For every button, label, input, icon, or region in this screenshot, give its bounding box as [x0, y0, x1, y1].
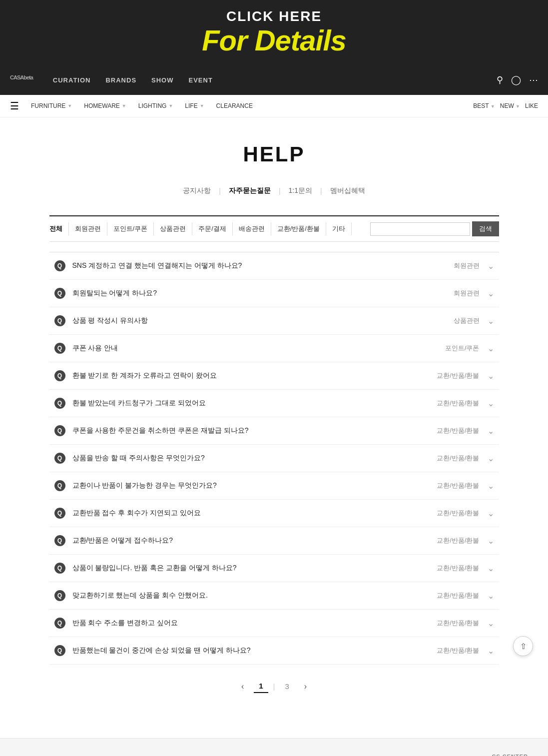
- nav-item-curation[interactable]: CURATION: [53, 76, 91, 84]
- next-page-button[interactable]: ›: [299, 680, 312, 693]
- nav-icons: ⚲ ◯ ⋯: [497, 74, 538, 85]
- scroll-to-top-button[interactable]: ⇧: [513, 636, 533, 656]
- faq-question: SNS 계정하고 연결 했는데 연결해지는 어떻게 하나요?: [72, 261, 435, 270]
- chevron-icon: ▼: [67, 103, 72, 108]
- faq-item[interactable]: Q 환불 받기로 한 계좌가 오류라고 연락이 왔어요 교환/반품/환불 ⌄: [49, 362, 499, 390]
- nav-item-show[interactable]: SHOW: [151, 76, 173, 84]
- faq-item[interactable]: Q 반품했는데 물건이 중간에 손상 되었을 땐 어떻게 하나요? 교환/반품/…: [49, 637, 499, 665]
- sub-nav-new[interactable]: NEW ▼: [500, 102, 520, 109]
- chevron-down-icon: ⌄: [488, 509, 494, 518]
- filter-delivery[interactable]: 배송관련: [233, 222, 271, 235]
- faq-item[interactable]: Q 회원탈되는 어떻게 하나요? 회원관련 ⌄: [49, 280, 499, 307]
- chevron-icon: ▼: [122, 103, 126, 108]
- faq-category: 포인트/쿠폰: [435, 344, 480, 353]
- nav-item-event[interactable]: EVENT: [189, 76, 213, 84]
- faq-category: 교환/반품/환불: [435, 564, 480, 573]
- faq-item[interactable]: Q 환불 받았는데 카드청구가 그대로 되었어요 교환/반품/환불 ⌄: [49, 390, 499, 417]
- sub-nav-lighting[interactable]: LIGHTING▼: [133, 102, 178, 109]
- faq-category: 교환/반품/환불: [435, 646, 480, 655]
- faq-category: 교환/반품/환불: [435, 591, 480, 600]
- promo-banner[interactable]: CLICK HERE For Details: [0, 0, 548, 65]
- sub-nav-life[interactable]: LIFE▼: [180, 102, 209, 109]
- banner-click-text: CLICK HERE: [202, 9, 346, 24]
- faq-question: 교환/반품은 어떻게 접수하나요?: [72, 536, 435, 545]
- faq-item[interactable]: Q 상품 평 작성시 유의사항 상품관련 ⌄: [49, 307, 499, 335]
- faq-q-icon: Q: [54, 260, 65, 271]
- faq-item[interactable]: Q 맞교환하기로 했는데 상품을 회수 안했어요. 교환/반품/환불 ⌄: [49, 582, 499, 610]
- faq-q-icon: Q: [54, 370, 65, 381]
- chevron-icon: ▼: [200, 103, 204, 108]
- filter-all[interactable]: 전체: [49, 222, 69, 235]
- tab-inquiry[interactable]: 1:1문의: [281, 186, 320, 195]
- sub-nav-clearance[interactable]: CLEARANCE: [211, 102, 258, 109]
- logo[interactable]: CASAbeta: [10, 73, 33, 86]
- faq-item[interactable]: Q 상품이 불량입니다. 반품 혹은 교환을 어떻게 하나요? 교환/반품/환불…: [49, 555, 499, 582]
- current-page[interactable]: 1: [254, 680, 268, 693]
- more-icon[interactable]: ⋯: [529, 74, 538, 85]
- faq-question: 맞교환하기로 했는데 상품을 회수 안했어요.: [72, 591, 435, 600]
- banner-content: CLICK HERE For Details: [202, 9, 346, 56]
- chevron-icon: ▼: [516, 104, 520, 109]
- faq-q-icon: Q: [54, 508, 65, 519]
- filter-product[interactable]: 상품관련: [154, 222, 192, 235]
- faq-item[interactable]: Q 상품을 반송 할 때 주의사항은 무엇인가요? 교환/반품/환불 ⌄: [49, 445, 499, 472]
- chevron-icon: ▼: [491, 104, 495, 109]
- filter-row: 전체 회원관련 포인트/쿠폰 상품관련 주문/결제 배송관련 교환/반품/환불 …: [49, 215, 499, 242]
- tab-faq[interactable]: 자주묻는질문: [221, 186, 279, 195]
- sub-nav-right: BEST ▼ NEW ▼ LIKE: [473, 102, 538, 109]
- faq-list: Q SNS 계정하고 연결 했는데 연결해지는 어떻게 하나요? 회원관련 ⌄ …: [49, 252, 499, 665]
- faq-q-icon: Q: [54, 343, 65, 354]
- search-icon[interactable]: ⚲: [497, 74, 503, 85]
- sub-nav-best[interactable]: BEST ▼: [473, 102, 495, 109]
- faq-question: 상품이 불량입니다. 반품 혹은 교환을 어떻게 하나요?: [72, 564, 435, 573]
- logo-sup: beta: [23, 74, 33, 80]
- cs-label: CS CENTER: [465, 754, 528, 756]
- main-nav: CASAbeta CURATION BRANDS SHOW EVENT ⚲ ◯ …: [0, 65, 548, 95]
- filter-member[interactable]: 회원관련: [69, 222, 107, 235]
- user-icon[interactable]: ◯: [511, 74, 521, 85]
- nav-item-brands[interactable]: BRANDS: [105, 76, 136, 84]
- faq-item[interactable]: Q 쿠폰 사용 안내 포인트/쿠폰 ⌄: [49, 335, 499, 362]
- faq-item[interactable]: Q 반품 회수 주소를 변경하고 싶어요 교환/반품/환불 ⌄: [49, 610, 499, 637]
- faq-category: 회원관련: [435, 289, 480, 298]
- faq-q-icon: Q: [54, 288, 65, 299]
- sub-nav-furniture[interactable]: FURNITURE▼: [26, 102, 77, 109]
- faq-question: 환불 받았는데 카드청구가 그대로 되었어요: [72, 399, 435, 408]
- faq-q-icon: Q: [54, 480, 65, 491]
- faq-item[interactable]: Q 쿠폰을 사용한 주문건을 취소하면 쿠폰은 재발급 되나요? 교환/반품/환…: [49, 417, 499, 445]
- faq-question: 환불 받기로 한 계좌가 오류라고 연락이 왔어요: [72, 371, 435, 380]
- faq-category: 교환/반품/환불: [435, 426, 480, 435]
- chevron-down-icon: ⌄: [488, 261, 494, 271]
- faq-item[interactable]: Q 교환이나 반품이 불가능한 경우는 무엇인가요? 교환/반품/환불 ⌄: [49, 472, 499, 500]
- faq-category: 교환/반품/환불: [435, 481, 480, 490]
- search-input[interactable]: [370, 222, 470, 236]
- faq-question: 반품 회수 주소를 변경하고 싶어요: [72, 619, 435, 628]
- total-pages[interactable]: 3: [280, 680, 294, 693]
- tab-announcements[interactable]: 공지사항: [175, 186, 219, 195]
- hamburger-icon[interactable]: ☰: [10, 100, 19, 112]
- help-section: HELP 공지사항 | 자주묻는질문 | 1:1문의 | 멤버십혜택 전체 회원…: [39, 117, 509, 738]
- pagination: ‹ 1 | 3 ›: [49, 680, 499, 693]
- faq-item[interactable]: Q SNS 계정하고 연결 했는데 연결해지는 어떻게 하나요? 회원관련 ⌄: [49, 252, 499, 280]
- search-button[interactable]: 검색: [472, 221, 499, 236]
- faq-item[interactable]: Q 교환반품 접수 후 회수가 지연되고 있어요 교환/반품/환불 ⌄: [49, 500, 499, 527]
- filter-other[interactable]: 기타: [326, 222, 352, 235]
- faq-question: 쿠폰을 사용한 주문건을 취소하면 쿠폰은 재발급 되나요?: [72, 426, 435, 435]
- chevron-down-icon: ⌄: [488, 536, 494, 546]
- chevron-down-icon: ⌄: [488, 481, 494, 491]
- filter-exchange[interactable]: 교환/반품/환불: [271, 222, 326, 235]
- faq-category: 교환/반품/환불: [435, 399, 480, 408]
- faq-category: 상품관련: [435, 316, 480, 325]
- sub-nav-homeware[interactable]: HOMEWARE▼: [79, 102, 131, 109]
- page-title: HELP: [49, 142, 499, 166]
- sub-nav: ☰ FURNITURE▼ HOMEWARE▼ LIGHTING▼ LIFE▼ C…: [0, 95, 548, 117]
- tab-membership[interactable]: 멤버십혜택: [322, 186, 373, 195]
- faq-item[interactable]: Q 교환/반품은 어떻게 접수하나요? 교환/반품/환불 ⌄: [49, 527, 499, 555]
- faq-q-icon: Q: [54, 535, 65, 546]
- help-tabs: 공지사항 | 자주묻는질문 | 1:1문의 | 멤버십혜택: [49, 186, 499, 195]
- filter-point[interactable]: 포인트/쿠폰: [107, 222, 154, 235]
- faq-q-icon: Q: [54, 398, 65, 409]
- filter-order[interactable]: 주문/결제: [192, 222, 233, 235]
- sub-nav-like[interactable]: LIKE: [525, 102, 538, 109]
- prev-page-button[interactable]: ‹: [236, 680, 249, 693]
